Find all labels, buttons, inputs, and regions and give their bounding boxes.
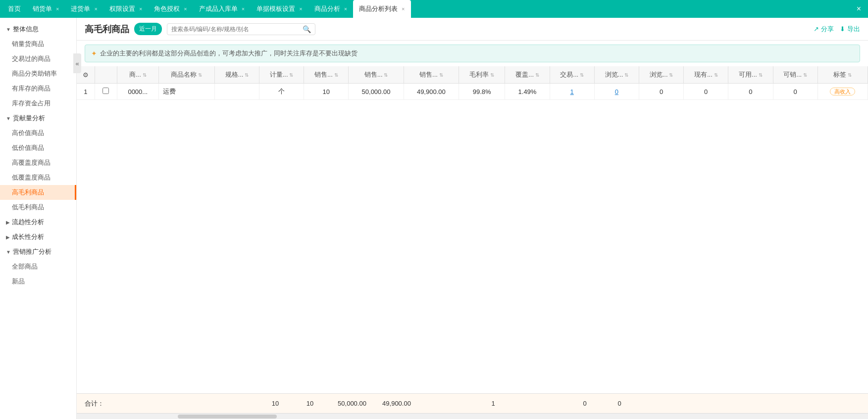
footer-cell-10 [449, 400, 478, 407]
col-header-6[interactable]: 销售... ⇅ [304, 66, 349, 84]
nav-tab-close-4[interactable]: × [184, 6, 187, 12]
sort-icon-2[interactable]: ⇅ [141, 72, 147, 78]
share-icon: ↗ [814, 25, 819, 33]
cell-0-7: 50,000.00 [349, 84, 404, 100]
nav-tab-2[interactable]: 进货单× [65, 0, 103, 18]
period-button[interactable]: 近一月 [134, 23, 162, 35]
col-header-17[interactable]: 标签 ⇅ [817, 66, 868, 84]
nav-tab-close-5[interactable]: × [242, 6, 245, 12]
sort-icon-8[interactable]: ⇅ [438, 72, 443, 78]
nav-tab-close-1[interactable]: × [56, 6, 59, 12]
content-header: 高毛利商品 近一月 🔍 ↗ 分享 ⬇ 导出 [77, 18, 868, 41]
nav-tab-close-6[interactable]: × [299, 6, 302, 12]
sort-icon-15[interactable]: ⇅ [757, 72, 763, 78]
col-header-12[interactable]: 浏览... ⇅ [594, 66, 639, 84]
search-box: 🔍 [167, 23, 315, 35]
sidebar-item-1-0[interactable]: 高价值商品 [0, 126, 76, 140]
col-label-12: 浏览... [605, 71, 623, 78]
sort-icon-10[interactable]: ⇅ [534, 72, 539, 78]
sidebar-group-3[interactable]: ▶成长性分析 [0, 230, 76, 244]
sidebar-group-arrow-4: ▼ [6, 249, 11, 255]
nav-tab-6[interactable]: 单据模板设置× [251, 0, 308, 18]
horizontal-scrollbar[interactable] [77, 413, 868, 419]
sidebar-item-1-2[interactable]: 高覆盖度商品 [0, 155, 76, 170]
col-header-14[interactable]: 现有... ⇅ [684, 66, 728, 84]
nav-tab-0[interactable]: 首页 [2, 0, 27, 18]
sort-icon-13[interactable]: ⇅ [668, 72, 673, 78]
nav-tab-3[interactable]: 权限设置× [103, 0, 148, 18]
nav-tab-4[interactable]: 角色授权× [148, 0, 193, 18]
cell-0-16: 0 [773, 84, 817, 100]
sidebar-item-0-3[interactable]: 有库存的商品 [0, 81, 76, 96]
nav-tab-7[interactable]: 商品分析× [308, 0, 353, 18]
row-checkbox-0[interactable] [102, 88, 109, 94]
table-container[interactable]: ⚙商... ⇅商品名称 ⇅规格... ⇅计量... ⇅销售... ⇅销售... … [77, 66, 868, 393]
col-header-7[interactable]: 销售... ⇅ [349, 66, 404, 84]
sidebar-item-0-1[interactable]: 交易过的商品 [0, 51, 76, 66]
col-label-7: 销售... [364, 71, 383, 78]
sidebar-item-1-3[interactable]: 低覆盖度商品 [0, 170, 76, 185]
nav-tab-close-3[interactable]: × [139, 6, 142, 12]
scrollbar-thumb[interactable] [178, 415, 277, 419]
sidebar-collapse-button[interactable]: « [73, 53, 81, 73]
sort-icon-17[interactable]: ⇅ [846, 72, 852, 78]
sort-icon-4[interactable]: ⇅ [243, 72, 249, 78]
sort-icon-16[interactable]: ⇅ [802, 72, 807, 78]
sort-icon-12[interactable]: ⇅ [623, 72, 628, 78]
sidebar-item-4-0[interactable]: 全部商品 [0, 259, 76, 274]
col-header-2[interactable]: 商... ⇅ [117, 66, 158, 84]
col-header-10[interactable]: 覆盖... ⇅ [505, 66, 550, 84]
nav-tab-label-4: 角色授权 [154, 4, 180, 13]
cell-0-3: 运费 [159, 84, 215, 100]
window-close-button[interactable]: × [852, 4, 866, 13]
sidebar-group-1[interactable]: ▼贡献量分析 [0, 111, 76, 126]
sort-icon-6[interactable]: ⇅ [333, 72, 338, 78]
col-header-13[interactable]: 浏览... ⇅ [639, 66, 683, 84]
sidebar-item-1-1[interactable]: 低价值商品 [0, 140, 76, 155]
sidebar-group-arrow-3: ▶ [6, 234, 10, 240]
sort-icon-7[interactable]: ⇅ [383, 72, 388, 78]
share-button[interactable]: ↗ 分享 [814, 25, 834, 34]
sort-icon-9[interactable]: ⇅ [489, 72, 494, 78]
sidebar-item-1-5[interactable]: 低毛利商品 [0, 200, 76, 215]
col-header-4[interactable]: 规格... ⇅ [214, 66, 259, 84]
nav-tab-8[interactable]: 商品分析列表× [353, 0, 410, 18]
footer-cell-8: 49,900.00 [374, 400, 419, 407]
sort-icon-5[interactable]: ⇅ [288, 72, 294, 78]
col-header-9[interactable]: 毛利率 ⇅ [459, 66, 505, 84]
sidebar-item-0-2[interactable]: 商品分类助销率 [0, 66, 76, 81]
sidebar-group-4[interactable]: ▼营销推广分析 [0, 244, 76, 259]
sidebar-item-0-0[interactable]: 销量货商品 [0, 37, 76, 51]
col-header-3[interactable]: 商品名称 ⇅ [159, 66, 215, 84]
sort-icon-11[interactable]: ⇅ [578, 72, 584, 78]
sidebar-item-4-1[interactable]: 新品 [0, 274, 76, 289]
search-icon[interactable]: 🔍 [303, 25, 311, 33]
col-header-16[interactable]: 可销... ⇅ [773, 66, 817, 84]
cell-0-12[interactable]: 0 [594, 84, 639, 100]
export-button[interactable]: ⬇ 导出 [840, 25, 860, 34]
col-header-15[interactable]: 可用... ⇅ [728, 66, 773, 84]
nav-tab-close-7[interactable]: × [344, 6, 347, 12]
sidebar-group-arrow-1: ▼ [6, 116, 11, 121]
col-header-5[interactable]: 计量... ⇅ [259, 66, 304, 84]
sidebar-group-0[interactable]: ▼整体信息 [0, 22, 76, 37]
col-label-14: 现有... [694, 71, 713, 78]
data-table: ⚙商... ⇅商品名称 ⇅规格... ⇅计量... ⇅销售... ⇅销售... … [77, 66, 868, 100]
sidebar-group-arrow-0: ▼ [6, 27, 11, 32]
nav-tab-close-8[interactable]: × [402, 6, 405, 12]
nav-tab-5[interactable]: 产成品入库单× [193, 0, 251, 18]
search-input[interactable] [171, 26, 303, 33]
sort-icon-14[interactable]: ⇅ [713, 72, 718, 78]
sidebar-item-1-4[interactable]: 高毛利商品 [0, 185, 76, 200]
col-header-8[interactable]: 销售... ⇅ [404, 66, 459, 84]
nav-tab-label-5: 产成品入库单 [199, 4, 238, 13]
sidebar-item-0-4[interactable]: 库存资金占用 [0, 96, 76, 111]
cell-0-11[interactable]: 1 [550, 84, 594, 100]
col-header-11[interactable]: 交易... ⇅ [550, 66, 594, 84]
cell-0-10: 1.49% [505, 84, 550, 100]
sidebar-group-2[interactable]: ▶流趋性分析 [0, 215, 76, 230]
sort-icon-3[interactable]: ⇅ [197, 72, 202, 78]
content-panel: 高毛利商品 近一月 🔍 ↗ 分享 ⬇ 导出 ✦ 企业的主要的利润都是这部分商品创… [77, 18, 868, 419]
nav-tab-1[interactable]: 销货单× [27, 0, 65, 18]
nav-tab-close-2[interactable]: × [94, 6, 97, 12]
